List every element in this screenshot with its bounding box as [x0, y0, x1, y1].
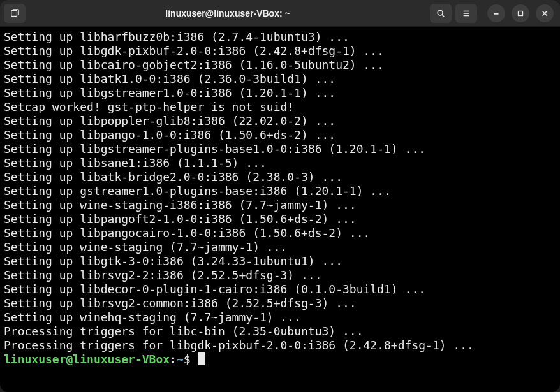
svg-point-1: [438, 10, 443, 15]
prompt-colon: :: [170, 352, 177, 366]
window-title: linuxuser@linuxuser-VBox: ~: [29, 8, 426, 18]
prompt-path: ~: [177, 352, 184, 366]
svg-line-2: [442, 15, 444, 17]
new-tab-button[interactable]: [4, 4, 26, 23]
prompt-user: linuxuser@linuxuser-VBox: [4, 352, 170, 366]
terminal-lines: Setting up libharfbuzz0b:i386 (2.7.4-1ub…: [4, 30, 556, 352]
right-controls: [430, 4, 556, 23]
svg-rect-0: [11, 10, 17, 16]
maximize-button[interactable]: [512, 4, 529, 22]
window-controls: [487, 4, 554, 22]
close-button[interactable]: [536, 4, 554, 22]
prompt-dollar: $: [184, 352, 191, 366]
svg-rect-7: [519, 11, 523, 15]
minimize-button[interactable]: [487, 4, 505, 22]
search-button[interactable]: [430, 4, 452, 23]
titlebar: linuxuser@linuxuser-VBox: ~: [0, 0, 560, 27]
menu-button[interactable]: [455, 4, 477, 23]
terminal-output[interactable]: Setting up libharfbuzz0b:i386 (2.7.4-1ub…: [0, 27, 560, 392]
cursor: [198, 352, 205, 365]
